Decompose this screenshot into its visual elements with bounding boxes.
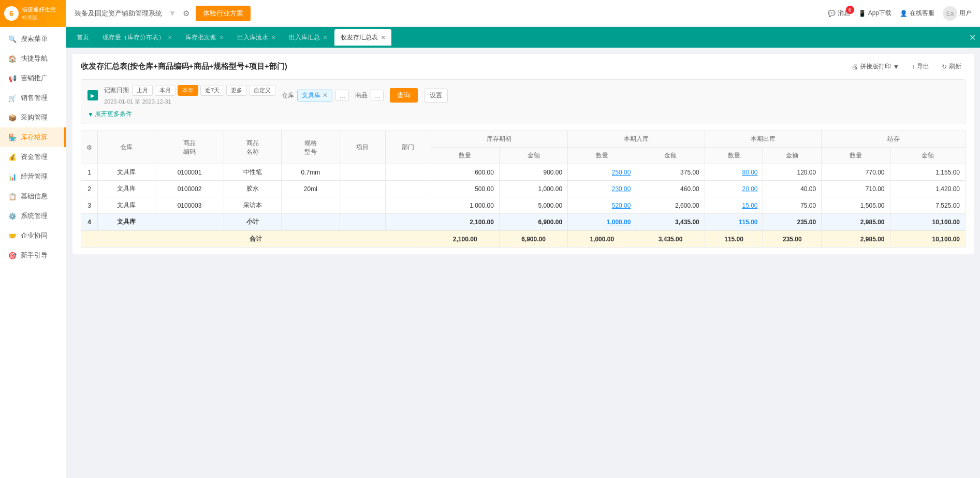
row-project	[340, 214, 385, 231]
query-button[interactable]: 查询	[390, 88, 418, 103]
message-item[interactable]: 💬 消息 6	[828, 9, 850, 18]
app-download-item[interactable]: 📱 App下载	[858, 9, 891, 18]
th-in-group: 本期入库	[568, 131, 705, 148]
th-warehouse: 仓库	[98, 131, 155, 164]
row-in-qty[interactable]: 520.00	[568, 197, 636, 214]
sidebar-item-inventory[interactable]: 🏪 库存核算	[0, 127, 66, 147]
row-out-amt: 120.00	[763, 164, 822, 181]
row-dept	[385, 164, 431, 181]
warehouse-tag-close[interactable]: ✕	[323, 92, 328, 99]
setting-button[interactable]: 设置	[424, 89, 448, 103]
date-btn-last-month[interactable]: 上月	[132, 85, 153, 96]
th-dept: 部门	[385, 131, 431, 164]
sidebar-item-operations[interactable]: 📊 经营管理	[0, 167, 66, 186]
warehouse-tag-text: 文具库	[302, 91, 320, 100]
topbar: 装备及固定资产辅助管理系统 ▼ ⚙ 体验行业方案 💬 消息 6 📱 App下载 …	[66, 0, 980, 27]
row-in-qty[interactable]: 1,000.00	[568, 214, 636, 231]
footer-close-qty: 2,985.00	[822, 230, 890, 248]
tab-home[interactable]: 首页	[70, 29, 95, 46]
tab-inout-flow[interactable]: 出入库流水 ✕	[231, 29, 282, 46]
row-out-qty[interactable]: 115.00	[705, 214, 763, 231]
th-opening-group: 库存期初	[431, 131, 568, 148]
sidebar-item-sales[interactable]: 🛒 销售管理	[0, 88, 66, 108]
date-btn-custom[interactable]: 自定义	[249, 85, 275, 96]
tab-inout-flow-close[interactable]: ✕	[271, 35, 275, 40]
row-out-amt: 235.00	[763, 214, 822, 231]
topbar-divider: ▼	[168, 9, 177, 18]
row-in-amt: 3,435.00	[636, 214, 705, 231]
row-open-amt: 1,000.00	[499, 181, 567, 197]
print-btn[interactable]: 🖨 拼接版打印 ▼	[847, 60, 903, 73]
footer-row: 合计 2,100.00 6,900.00 1,000.00 3,435.00 1…	[81, 230, 966, 248]
th-close-qty: 数量	[822, 148, 890, 164]
row-out-qty[interactable]: 15.00	[705, 197, 763, 214]
row-close-qty: 770.00	[822, 164, 890, 181]
table-row: 1 文具库 0100001 中性笔 0.7mm 600.00 900.00 25…	[81, 164, 966, 181]
marketing-icon: 📢	[8, 74, 17, 82]
subtotal-row: 4 文具库 小计 2,100.00 6,900.00 1,000.00 3,43…	[81, 214, 966, 231]
row-in-qty[interactable]: 230.00	[568, 181, 636, 197]
filter-collapse-arrow[interactable]: ▶	[87, 90, 98, 100]
row-spec	[282, 197, 340, 214]
guide-icon: 🎯	[8, 251, 17, 259]
footer-open-qty: 2,100.00	[431, 230, 499, 248]
sidebar-item-search[interactable]: 🔍 搜索菜单	[0, 29, 66, 49]
row-close-amt: 10,100.00	[890, 214, 965, 231]
sidebar-item-basic-info[interactable]: 📋 基础信息	[0, 186, 66, 206]
sidebar: 6 畅捷通好生意 标准版 🔍 搜索菜单 🏠 快捷导航 📢 营销推广 🛒 销售管理…	[0, 0, 66, 478]
row-in-qty[interactable]: 250.00	[568, 164, 636, 181]
tab-recv-send-summary-label: 收发存汇总表	[341, 33, 378, 42]
sidebar-item-marketing[interactable]: 📢 营销推广	[0, 68, 66, 88]
tab-batch-ledger-close[interactable]: ✕	[220, 35, 224, 40]
sidebar-item-finance[interactable]: 💰 资金管理	[0, 147, 66, 167]
sidebar-item-purchase[interactable]: 📦 采购管理	[0, 108, 66, 127]
app-download-label: App下载	[868, 9, 891, 18]
filter-expand-btn[interactable]: ▼ 展开更多条件	[87, 110, 959, 119]
row-name: 采访本	[224, 197, 281, 214]
th-in-qty: 数量	[568, 148, 636, 164]
avatar: Ea	[943, 6, 957, 21]
export-btn[interactable]: ↑ 导出	[908, 60, 933, 73]
warehouse-more-btn[interactable]: ...	[335, 90, 349, 101]
th-name: 商品名称	[224, 131, 281, 164]
filter-bar: ▶ 记账日期 上月 本月 本年 近7天 更多 自定义	[81, 79, 966, 124]
online-service-label: 在线客服	[910, 9, 934, 18]
export-label: 导出	[917, 62, 929, 71]
tab-inout-summary[interactable]: 出入库汇总 ✕	[283, 29, 333, 46]
user-label: 用户	[959, 9, 972, 18]
sidebar-item-system[interactable]: ⚙️ 系统管理	[0, 206, 66, 226]
row-out-qty[interactable]: 80.00	[705, 164, 763, 181]
date-btn-this-year[interactable]: 本年	[178, 85, 198, 96]
tabs-close-all[interactable]: ✕	[969, 33, 976, 42]
th-settings[interactable]: ⚙	[81, 131, 98, 164]
tab-recv-send-summary[interactable]: 收发存汇总表 ✕	[334, 29, 391, 46]
online-service-item[interactable]: 👤 在线客服	[900, 9, 934, 18]
th-in-amt: 金额	[636, 148, 705, 164]
footer-label: 合计	[81, 230, 431, 248]
refresh-btn[interactable]: ↻ 刷新	[938, 60, 966, 73]
date-btn-more[interactable]: 更多	[226, 85, 247, 96]
sales-icon: 🛒	[8, 94, 17, 102]
experience-btn[interactable]: 体验行业方案	[196, 6, 251, 21]
gear-icon[interactable]: ⚙	[183, 9, 189, 18]
sidebar-item-quick-nav[interactable]: 🏠 快捷导航	[0, 49, 66, 68]
tab-recv-send-summary-close[interactable]: ✕	[381, 35, 385, 40]
product-filter-group: 商品 ...	[355, 90, 384, 101]
tab-stock-dist[interactable]: 现存量（库存分布表） ✕	[96, 29, 178, 46]
print-icon: 🖨	[852, 63, 858, 70]
row-out-qty[interactable]: 20.00	[705, 181, 763, 197]
user-item[interactable]: Ea 用户	[943, 6, 972, 21]
tab-batch-ledger[interactable]: 库存批次账 ✕	[179, 29, 230, 46]
row-in-amt: 2,600.00	[636, 197, 705, 214]
date-btn-7days[interactable]: 近7天	[200, 85, 224, 96]
th-closing-group: 结存	[822, 131, 966, 148]
th-out-amt: 金额	[763, 148, 822, 164]
row-in-amt: 460.00	[636, 181, 705, 197]
product-more-btn[interactable]: ...	[371, 90, 384, 101]
tab-home-label: 首页	[77, 33, 89, 42]
sidebar-item-guide[interactable]: 🎯 新手引导	[0, 245, 66, 265]
tab-inout-summary-close[interactable]: ✕	[323, 35, 327, 40]
tab-stock-dist-close[interactable]: ✕	[168, 35, 172, 40]
date-btn-this-month[interactable]: 本月	[155, 85, 175, 96]
sidebar-item-cooperation[interactable]: 🤝 企业协同	[0, 226, 66, 245]
